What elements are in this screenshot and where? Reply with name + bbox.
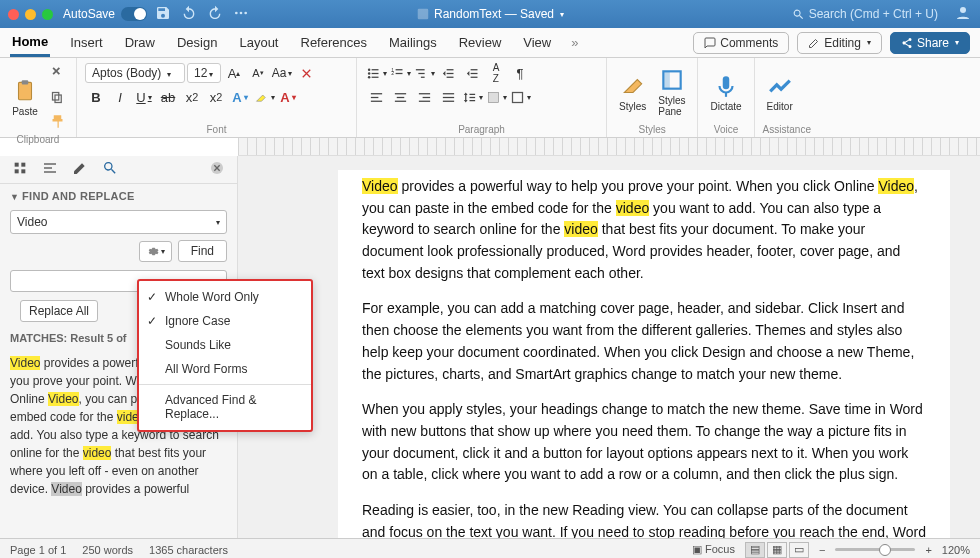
align-center-icon[interactable] <box>389 86 411 108</box>
clear-format-icon[interactable] <box>295 62 317 84</box>
shrink-font-icon[interactable]: A▾ <box>247 62 269 84</box>
para-4[interactable]: Reading is easier, too, in the new Readi… <box>362 500 926 538</box>
find-options-gear[interactable]: ▾ <box>139 241 172 262</box>
zoom-out-icon[interactable]: − <box>819 544 825 556</box>
highlight-icon[interactable]: ▾ <box>253 86 275 108</box>
minimize-window[interactable] <box>25 9 36 20</box>
focus-mode[interactable]: ▣ Focus <box>692 543 735 556</box>
tab-view[interactable]: View <box>521 30 553 55</box>
editor-button[interactable]: Editor <box>763 73 797 112</box>
styles-button[interactable]: Styles <box>615 73 650 112</box>
dd-whole-word[interactable]: Whole Word Only <box>139 285 311 309</box>
share-button[interactable]: Share▾ <box>890 32 970 54</box>
underline-icon[interactable]: U▾ <box>133 86 155 108</box>
document-title[interactable]: RandomText — Saved ▾ <box>416 7 564 21</box>
font-color-icon[interactable]: A▾ <box>277 86 299 108</box>
line-spacing-icon[interactable]: ▾ <box>461 86 483 108</box>
dd-ignore-case[interactable]: Ignore Case <box>139 309 311 333</box>
italic-icon[interactable]: I <box>109 86 131 108</box>
strike-icon[interactable]: ab <box>157 86 179 108</box>
change-case-icon[interactable]: Aa▾ <box>271 62 293 84</box>
undo-icon[interactable] <box>181 5 197 24</box>
document-area[interactable]: Video provides a powerful way to help yo… <box>238 156 980 538</box>
tab-mailings[interactable]: Mailings <box>387 30 439 55</box>
overflow-icon[interactable] <box>233 5 249 24</box>
para-1[interactable]: Video provides a powerful way to help yo… <box>362 176 926 284</box>
justify-icon[interactable] <box>437 86 459 108</box>
svg-rect-18 <box>395 72 402 73</box>
tab-insert[interactable]: Insert <box>68 30 105 55</box>
outdent-icon[interactable] <box>437 62 459 84</box>
svg-rect-6 <box>22 80 29 84</box>
bullets-icon[interactable]: ▾ <box>365 62 387 84</box>
dd-sounds-like[interactable]: Sounds Like <box>139 333 311 357</box>
web-layout-icon[interactable]: ▦ <box>767 542 787 558</box>
toggle-switch[interactable] <box>121 7 147 21</box>
styles-pane-button[interactable]: Styles Pane <box>654 67 689 117</box>
numbering-icon[interactable]: 12▾ <box>389 62 411 84</box>
svg-text:2: 2 <box>391 70 394 76</box>
save-icon[interactable] <box>155 5 171 24</box>
zoom-percent[interactable]: 120% <box>942 544 970 556</box>
tabs-overflow-icon[interactable]: » <box>571 35 578 50</box>
bold-icon[interactable]: B <box>85 86 107 108</box>
dd-advanced-find[interactable]: Advanced Find & Replace... <box>139 388 311 426</box>
zoom-in-icon[interactable]: + <box>925 544 931 556</box>
tab-home[interactable]: Home <box>10 29 50 57</box>
align-right-icon[interactable] <box>413 86 435 108</box>
word-count[interactable]: 250 words <box>82 544 133 556</box>
borders-icon[interactable]: ▾ <box>509 86 531 108</box>
font-name-select[interactable]: Aptos (Body) ▾ <box>85 63 185 83</box>
indent-icon[interactable] <box>461 62 483 84</box>
print-layout-icon[interactable]: ▤ <box>745 542 765 558</box>
pilcrow-icon[interactable]: ¶ <box>509 62 531 84</box>
subscript-icon[interactable]: x2 <box>181 86 203 108</box>
para-3[interactable]: When you apply styles, your headings cha… <box>362 399 926 486</box>
headings-icon[interactable] <box>42 160 58 179</box>
page-indicator[interactable]: Page 1 of 1 <box>10 544 66 556</box>
para-2[interactable]: For example, you can add a matching cove… <box>362 298 926 385</box>
tab-references[interactable]: References <box>299 30 369 55</box>
thumbnails-icon[interactable] <box>12 160 28 179</box>
font-size-select[interactable]: 12▾ <box>187 63 221 83</box>
autosave-toggle[interactable]: AutoSave <box>63 7 147 21</box>
svg-rect-21 <box>420 76 424 77</box>
format-painter-icon[interactable] <box>46 110 68 132</box>
editing-mode-button[interactable]: Editing▾ <box>797 32 882 54</box>
zoom-slider[interactable] <box>835 548 915 551</box>
find-button[interactable]: Find <box>178 240 227 262</box>
multilevel-icon[interactable]: ▾ <box>413 62 435 84</box>
superscript-icon[interactable]: x2 <box>205 86 227 108</box>
shading-icon[interactable]: ▾ <box>485 86 507 108</box>
ruler[interactable] <box>238 138 980 156</box>
read-mode-icon[interactable]: ▭ <box>789 542 809 558</box>
tab-draw[interactable]: Draw <box>123 30 157 55</box>
review-pane-icon[interactable] <box>72 160 88 179</box>
find-replace-heading[interactable]: FIND AND REPLACE <box>0 184 237 208</box>
search-field[interactable]: Search (Cmd + Ctrl + U) <box>792 7 938 21</box>
svg-rect-51 <box>15 169 19 173</box>
replace-all-button[interactable]: Replace All <box>20 300 98 322</box>
find-icon[interactable] <box>102 160 118 179</box>
tab-review[interactable]: Review <box>457 30 504 55</box>
sort-icon[interactable]: AZ <box>485 62 507 84</box>
dd-all-word-forms[interactable]: All Word Forms <box>139 357 311 381</box>
text-effects-icon[interactable]: A▾ <box>229 86 251 108</box>
share-profile-icon[interactable] <box>954 4 972 25</box>
align-left-icon[interactable] <box>365 86 387 108</box>
char-count[interactable]: 1365 characters <box>149 544 228 556</box>
close-pane-icon[interactable] <box>209 160 225 179</box>
paste-button[interactable]: Paste <box>8 78 42 117</box>
dictate-button[interactable]: Dictate <box>706 73 745 112</box>
redo-icon[interactable] <box>207 5 223 24</box>
comments-button[interactable]: Comments <box>693 32 789 54</box>
copy-icon[interactable] <box>46 86 68 108</box>
close-window[interactable] <box>8 9 19 20</box>
document-body[interactable]: Video provides a powerful way to help yo… <box>338 170 950 538</box>
tab-layout[interactable]: Layout <box>237 30 280 55</box>
cut-icon[interactable] <box>46 62 68 84</box>
find-input[interactable]: Video ▾ <box>10 210 227 234</box>
maximize-window[interactable] <box>42 9 53 20</box>
grow-font-icon[interactable]: A▴ <box>223 62 245 84</box>
tab-design[interactable]: Design <box>175 30 219 55</box>
